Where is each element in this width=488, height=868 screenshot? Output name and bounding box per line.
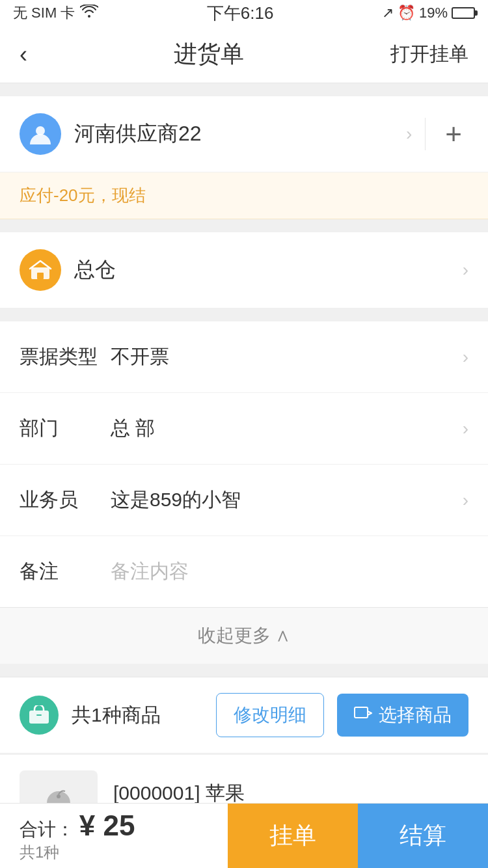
product-code: [0000001] [113, 782, 206, 804]
warehouse-section[interactable]: 总仓 › [0, 232, 488, 308]
section-divider-2 [0, 219, 488, 232]
invoice-type-row[interactable]: 票据类型 不开票 › [0, 321, 488, 392]
select-products-button[interactable]: 选择商品 [337, 694, 468, 737]
select-products-label: 选择商品 [379, 703, 452, 727]
products-icon [20, 696, 59, 735]
total-line: 合计： ¥ 25 [20, 809, 208, 842]
bottom-total: 合计： ¥ 25 共1种 [0, 809, 228, 863]
carrier-label: 无 SIM 卡 [13, 3, 75, 23]
supplier-section: 河南供应商22 › + 应付-20元，现结 [0, 96, 488, 219]
invoice-type-label: 票据类型 [20, 344, 111, 370]
warehouse-row[interactable]: 总仓 › [0, 232, 488, 308]
department-value: 总 部 [111, 415, 463, 442]
alarm-icon: ⏰ [398, 5, 415, 21]
section-divider-3 [0, 308, 488, 321]
supplier-avatar [20, 113, 61, 155]
remark-input[interactable]: 备注内容 [111, 558, 468, 585]
notice-text: 应付-20元，现结 [20, 185, 146, 205]
products-header: 共1种商品 修改明细 选择商品 [0, 677, 488, 753]
battery-percent: 19% [419, 5, 448, 21]
vertical-divider [425, 118, 426, 150]
svg-point-8 [57, 794, 61, 798]
total-label: 合计： [20, 819, 74, 839]
collapse-more-button[interactable]: 收起更多 ∧ [0, 607, 488, 664]
checkout-button[interactable]: 结算 [358, 804, 488, 869]
remark-row[interactable]: 备注 备注内容 [0, 536, 488, 607]
salesperson-label: 业务员 [20, 487, 111, 513]
salesperson-value: 这是859的小智 [111, 487, 463, 513]
products-count: 共1种商品 [72, 702, 203, 729]
supplier-row[interactable]: 河南供应商22 › + [0, 96, 488, 172]
status-right: ↗ ⏰ 19% [382, 5, 475, 21]
salesperson-chevron-icon: › [463, 490, 468, 511]
edit-detail-button[interactable]: 修改明细 [216, 693, 324, 737]
remark-label: 备注 [20, 558, 111, 585]
svg-rect-5 [355, 707, 368, 718]
add-supplier-button[interactable]: + [439, 118, 468, 150]
back-button[interactable]: ‹ [20, 41, 27, 68]
invoice-type-value: 不开票 [111, 344, 463, 370]
hang-button[interactable]: 挂单 [228, 804, 358, 869]
status-bar: 无 SIM 卡 下午6:16 ↗ ⏰ 19% [0, 0, 488, 26]
total-amount: ¥ 25 [79, 809, 135, 841]
bottom-bar: 合计： ¥ 25 共1种 挂单 结算 [0, 803, 488, 868]
open-hang-button[interactable]: 打开挂单 [390, 41, 468, 68]
salesperson-row[interactable]: 业务员 这是859的小智 › [0, 464, 488, 536]
wifi-icon [80, 5, 98, 21]
warehouse-icon [20, 249, 61, 291]
warehouse-chevron-icon: › [463, 260, 468, 280]
status-left: 无 SIM 卡 [13, 3, 98, 23]
department-chevron-icon: › [463, 418, 468, 439]
supplier-chevron-icon: › [406, 124, 412, 144]
section-divider-4 [0, 664, 488, 677]
page-title: 进货单 [174, 38, 244, 70]
select-products-icon [354, 705, 372, 726]
supplier-name: 河南供应商22 [74, 120, 393, 148]
status-time: 下午6:16 [207, 2, 274, 25]
svg-point-0 [36, 126, 45, 135]
notice-bar: 应付-20元，现结 [0, 172, 488, 219]
form-section: 票据类型 不开票 › 部门 总 部 › 业务员 这是859的小智 › 备注 备注… [0, 321, 488, 664]
department-label: 部门 [20, 415, 111, 442]
department-row[interactable]: 部门 总 部 › [0, 392, 488, 464]
svg-rect-2 [37, 273, 44, 279]
nav-bar: ‹ 进货单 打开挂单 [0, 26, 488, 83]
location-icon: ↗ [382, 5, 394, 21]
section-divider-1 [0, 83, 488, 96]
warehouse-name: 总仓 [74, 256, 450, 284]
svg-rect-3 [29, 711, 49, 724]
svg-rect-4 [36, 714, 42, 716]
invoice-type-chevron-icon: › [463, 347, 468, 368]
total-count: 共1种 [20, 842, 208, 863]
product-title: 苹果 [206, 782, 245, 804]
battery-icon [452, 7, 475, 19]
